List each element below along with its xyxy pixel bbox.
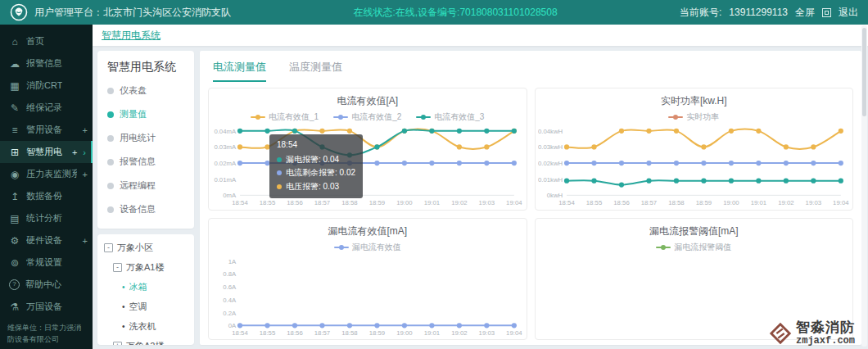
radio-dot-icon xyxy=(107,88,114,94)
legend-item[interactable]: 漏电流报警阈值 xyxy=(656,242,731,253)
tree-node-label: 空调 xyxy=(129,301,147,313)
svg-text:18:57: 18:57 xyxy=(640,199,656,206)
fullscreen-icon[interactable] xyxy=(822,8,831,17)
tree-collapse-icon[interactable]: - xyxy=(113,263,122,272)
submenu-item-label: 报警信息 xyxy=(120,156,156,168)
submenu-item-label: 用电统计 xyxy=(120,132,156,144)
svg-text:0A: 0A xyxy=(228,322,237,329)
platform-logo-icon xyxy=(10,3,28,21)
legend-item[interactable]: 漏电流有效值 xyxy=(334,242,401,253)
tree-collapse-icon[interactable]: - xyxy=(104,243,113,252)
legend-marker-icon xyxy=(416,116,431,118)
expand-plus-icon: + xyxy=(83,125,88,135)
submenu-item-label: 远程编程 xyxy=(120,179,156,192)
legend-label: 电流有效值_2 xyxy=(351,111,401,123)
sidebar-item-statistics[interactable]: ▤统计分析 xyxy=(0,207,93,229)
submenu-item-dashboard[interactable]: 仪表盘 xyxy=(107,84,188,97)
radio-dot-icon xyxy=(107,206,114,213)
tree-node[interactable]: •空调 xyxy=(102,301,189,313)
svg-text:18:57: 18:57 xyxy=(314,329,330,337)
submenu-item-remote-program[interactable]: 远程编程 xyxy=(107,179,188,192)
breadcrumb[interactable]: 智慧用电系统 xyxy=(102,29,160,43)
sidebar-item-label: 智慧用电 xyxy=(26,146,62,158)
sidebar-item-help-center[interactable]: ?帮助中心 xyxy=(0,274,93,296)
svg-text:19:03: 19:03 xyxy=(479,199,495,206)
svg-text:0.8A: 0.8A xyxy=(223,270,237,278)
expand-plus-icon: + xyxy=(83,236,88,246)
maintenance-unit-text: 维保单位：日常力强消防设备有限公司 xyxy=(0,318,93,349)
radio-dot-icon xyxy=(107,159,114,165)
legend-item[interactable]: 实时功率 xyxy=(668,111,719,123)
chart-legend: 实时功率 xyxy=(538,111,851,123)
legend-item[interactable]: 电流有效值_2 xyxy=(333,111,401,123)
sidebar-item-home[interactable]: ⌂首页 xyxy=(0,30,93,52)
svg-text:19:04: 19:04 xyxy=(506,329,522,337)
sidebar-item-label: 硬件设备 xyxy=(26,234,62,247)
watermark: 智淼消防 zmjaxf.com xyxy=(769,320,855,347)
tree-node[interactable]: -万象A1楼 xyxy=(102,261,189,274)
sidebar-item-hardware-devices[interactable]: ⚙硬件设备+ xyxy=(0,229,93,252)
tree-expand-icon[interactable]: + xyxy=(113,342,122,345)
svg-text:18:57: 18:57 xyxy=(314,199,330,206)
device-stack-icon: ≡ xyxy=(9,125,20,136)
sidebar-item-smart-power[interactable]: ⊞智慧用电+› xyxy=(0,141,93,163)
submenu-item-power-stats[interactable]: 用电统计 xyxy=(107,132,188,144)
svg-text:18:56: 18:56 xyxy=(613,199,629,206)
tab-temperature[interactable]: 温度测量值 xyxy=(289,60,342,82)
svg-text:0.03mA: 0.03mA xyxy=(214,143,237,151)
logout-button[interactable]: 退出 xyxy=(839,6,858,20)
svg-text:0kwH: 0kwH xyxy=(546,192,562,199)
svg-text:0.04mA: 0.04mA xyxy=(214,128,237,135)
sidebar-item-pressure-monitor[interactable]: ◉压力表监测系统+ xyxy=(0,163,93,185)
charts-grid: 电流有效值[A]电流有效值_1电流有效值_2电流有效值_30mA0.01mA0.… xyxy=(208,88,853,340)
svg-text:18:55: 18:55 xyxy=(260,199,276,206)
chart-card-3: 漏电流有效值[mA]漏电流有效值0A0.2A0.4A0.6A0.8A1A18:5… xyxy=(208,218,527,341)
tree-node[interactable]: +万象A2楼 xyxy=(102,340,189,345)
device-status-text: 在线状态:在线,设备编号:701808031101028508 xyxy=(231,6,680,20)
measurement-tabs: 电流测量值温度测量值 xyxy=(208,58,853,82)
help-circle-icon: ? xyxy=(9,279,20,290)
radio-dot-icon xyxy=(107,111,114,118)
sidebar-item-wanguo-devices[interactable]: ⚗万国设备 xyxy=(0,296,93,318)
tree-node-label: 洗衣机 xyxy=(129,320,156,333)
sidebar-item-label: 压力表监测系统 xyxy=(26,168,77,180)
svg-text:18:54: 18:54 xyxy=(232,199,248,206)
smart-power-icon: ⊞ xyxy=(9,147,20,158)
legend-label: 实时功率 xyxy=(686,111,719,123)
scrollbar-thumb[interactable] xyxy=(862,28,866,116)
svg-text:0.01kwH: 0.01kwH xyxy=(538,176,563,184)
legend-item[interactable]: 电流有效值_1 xyxy=(251,111,319,123)
submenu-item-alarm-info[interactable]: 报警信息 xyxy=(107,156,188,168)
submenu-item-measurements[interactable]: 测量值 xyxy=(107,108,188,120)
fullscreen-button[interactable]: 全屏 xyxy=(795,6,815,20)
sidebar-item-police-devices[interactable]: ≡警用设备+ xyxy=(0,119,93,141)
sidebar-item-maintenance-records[interactable]: ✎维保记录 xyxy=(0,97,93,119)
legend-item[interactable]: 电流有效值_3 xyxy=(416,111,484,123)
svg-text:0.2A: 0.2A xyxy=(223,309,237,316)
submenu-item-label: 测量值 xyxy=(120,108,147,120)
pressure-gauge-icon: ◉ xyxy=(9,169,20,180)
tree-node[interactable]: •冰箱 xyxy=(102,281,189,293)
tree-node[interactable]: •洗衣机 xyxy=(102,320,189,333)
svg-text:19:02: 19:02 xyxy=(778,199,793,206)
submenu-item-device-info[interactable]: 设备信息 xyxy=(107,203,188,215)
sidebar-item-alarm-info[interactable]: ☁报警信息 xyxy=(0,52,93,75)
platform-title: 用户管理平台：北京市门头沟区公安消防支队 xyxy=(34,6,231,20)
legend-marker-icon xyxy=(334,247,349,248)
tree-node[interactable]: -万象小区 xyxy=(102,242,189,254)
bullet-icon: • xyxy=(122,303,125,311)
tab-current[interactable]: 电流测量值 xyxy=(213,60,266,82)
sidebar-item-general-settings[interactable]: ⊚常规设置 xyxy=(0,252,93,274)
svg-text:18:56: 18:56 xyxy=(287,199,302,206)
sidebar-item-data-backup[interactable]: ↥数据备份 xyxy=(0,185,93,207)
vertical-scrollbar[interactable] xyxy=(861,25,867,347)
tree-node-label: 万象小区 xyxy=(117,242,153,254)
submenu-item-label: 仪表盘 xyxy=(120,84,147,97)
sidebar-item-label: 帮助中心 xyxy=(25,279,61,291)
legend-marker-icon xyxy=(656,247,671,248)
chart-title: 漏电流有效值[mA] xyxy=(211,224,524,238)
account-label: 当前账号: xyxy=(680,6,721,20)
svg-text:19:01: 19:01 xyxy=(424,329,440,337)
settings-gear-icon: ⊚ xyxy=(9,257,20,269)
sidebar-item-fire-crt[interactable]: ▦消防CRT xyxy=(0,75,93,97)
